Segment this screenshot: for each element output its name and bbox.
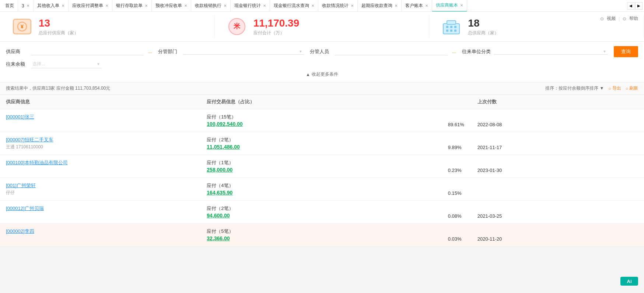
pct-cell-1: 9.89% (448, 137, 477, 150)
nav-next-button[interactable]: ▶ (635, 2, 643, 10)
last-pay-cell-0: 2022-08-08 (477, 114, 638, 127)
sort-icon[interactable]: ▼ (600, 86, 604, 91)
supplier-link-4[interactable]: [000012]广州贝瑞 (6, 205, 207, 212)
top-links: ⊙ 视频 | ⊙ 帮助 (600, 15, 638, 22)
chevron-down-icon: ▼ (299, 49, 302, 54)
video-link[interactable]: 视频 (607, 15, 616, 22)
tab-prepay-ar[interactable]: 预收冲应收单 ✕ (152, 0, 191, 12)
trade-label-3: 应付（4笔） (207, 182, 448, 189)
category-filter-select[interactable]: ▼ (494, 49, 608, 55)
supplier-ellipsis-button[interactable]: ... (148, 49, 152, 54)
svg-rect-10 (450, 30, 452, 32)
tab-cash-bank-flow[interactable]: 现金银行流水查询 ✕ (270, 0, 318, 12)
close-icon[interactable]: ✕ (395, 4, 398, 8)
last-pay-cell-3 (477, 182, 638, 190)
svg-rect-7 (450, 26, 452, 28)
filter-dept: 分管部门 ▼ (158, 48, 304, 55)
query-button[interactable]: 查询 (614, 46, 638, 57)
person-filter-label: 分管人员 (310, 48, 332, 55)
supplier-link-5[interactable]: [000002]李四 (6, 228, 207, 235)
filter-person: 分管人员 ... (310, 48, 456, 55)
dept-filter-label: 分管部门 (158, 48, 180, 55)
chevron-up-icon: ▲ (306, 72, 310, 77)
close-icon[interactable]: ✕ (460, 3, 463, 7)
trade-amount-3[interactable]: 164,635.90 (207, 190, 448, 196)
supplier-table: 供应商信息 应付交易信息（占比） 上次付数 [000001]张三 应付（15笔）… (0, 95, 644, 247)
table-row: [000012]广州贝瑞 应付（2笔） 94,600.00 0.08% 2021… (0, 201, 644, 224)
close-icon[interactable]: ✕ (62, 4, 64, 8)
trade-amount-2[interactable]: 258,000.00 (207, 167, 448, 173)
trade-amount-4[interactable]: 94,600.00 (207, 213, 448, 218)
trade-amount-1[interactable]: 11,051,486.00 (207, 144, 448, 150)
svg-text:米: 米 (233, 23, 241, 30)
tab-3[interactable]: 3 ✕ (18, 0, 34, 12)
close-icon[interactable]: ✕ (27, 4, 29, 8)
trade-amount-0[interactable]: 100,092,540.00 (207, 121, 448, 127)
stat-total-content: 11,170.39 应付合计（万） (253, 17, 300, 37)
supplier-number: 18 (468, 17, 499, 30)
total-number: 11,170.39 (253, 17, 300, 30)
tab-other-income[interactable]: 其他收入单 ✕ (34, 0, 69, 12)
close-icon[interactable]: ✕ (105, 4, 108, 8)
stat-payable-suppliers: ¥ 13 总应付供应商（家） (0, 15, 215, 38)
help-link[interactable]: 帮助 (629, 15, 638, 22)
dept-filter-select[interactable]: ▼ (183, 49, 304, 55)
filter-supplier: 供应商 ... (6, 48, 152, 55)
trade-cell-1: 应付（2笔） 11,051,486.00 (207, 137, 448, 150)
tab-supplier-book[interactable]: 供应商账本 ✕ (432, 0, 467, 12)
stat-payable-total: 米 11,170.39 应付合计（万） (215, 15, 430, 38)
tab-bank-deposit[interactable]: 银行存取款单 ✕ (112, 0, 152, 12)
refresh-icon: ○ (626, 86, 628, 91)
close-icon[interactable]: ✕ (224, 4, 227, 8)
tab-collection-stat[interactable]: 收款情况统计 ✕ (318, 0, 358, 12)
total-label: 应付合计（万） (253, 30, 300, 36)
close-icon[interactable]: ✕ (351, 4, 354, 8)
supplier-link-2[interactable]: [000100]本特勤油品有限公司 (6, 159, 207, 166)
result-bar: 搜索结果中，供应商13家 应付金额 111,703,854.00元 排序：按应付… (0, 82, 644, 95)
supplier-filter-input[interactable] (31, 48, 144, 55)
table-row: [000001]张三 应付（15笔） 100,092,540.00 89.61%… (0, 109, 644, 132)
header-pct (448, 99, 477, 105)
close-icon[interactable]: ✕ (145, 4, 148, 8)
last-pay-cell-2: 2023-01-30 (477, 159, 638, 173)
refresh-button[interactable]: ○ 刷新 (626, 85, 638, 92)
trade-cell-4: 应付（2笔） 94,600.00 (207, 205, 448, 218)
supplier-cell-3: [001]广州荣轩 仔仔 (6, 182, 207, 196)
close-icon[interactable]: ✕ (425, 4, 428, 8)
pct-cell-4: 0.08% (448, 205, 477, 219)
balance-filter-label: 往来余额 (6, 61, 28, 68)
nav-prev-button[interactable]: ◀ (627, 2, 634, 10)
close-icon[interactable]: ✕ (311, 4, 314, 8)
trade-label-4: 应付（2笔） (207, 205, 448, 212)
table-row: [000100]本特勤油品有限公司 应付（1笔） 258,000.00 0.23… (0, 155, 644, 178)
header-trade: 应付交易信息（占比） (207, 99, 448, 105)
balance-filter-select[interactable]: 选择... ▼ (31, 60, 102, 68)
svg-rect-5 (443, 24, 459, 34)
close-icon[interactable]: ✕ (263, 4, 266, 8)
svg-rect-8 (454, 26, 456, 28)
supplier-link-1[interactable]: [000007]恒旺二手叉车 (6, 137, 207, 143)
svg-rect-9 (446, 30, 448, 32)
filter-bar: 供应商 ... 分管部门 ▼ 分管人员 ... 往来单位分类 ▼ 查询 (0, 42, 644, 82)
supplier-cell-1: [000007]恒旺二手叉车 王通 17106110000 (6, 137, 207, 150)
tab-collection-exec[interactable]: 收款核销执行 ✕ (191, 0, 231, 12)
filter-balance: 往来余额 选择... ▼ (6, 60, 102, 68)
person-ellipsis-button[interactable]: ... (452, 49, 456, 54)
supplier-link-0[interactable]: [000001]张三 (6, 114, 207, 120)
filter-row-2: 往来余额 选择... ▼ (6, 60, 638, 68)
person-filter-input[interactable] (335, 48, 448, 55)
export-button[interactable]: ○ 导出 (609, 85, 621, 92)
trade-amount-5[interactable]: 32,366.00 (207, 235, 448, 241)
close-icon[interactable]: ✕ (184, 4, 187, 8)
tab-overdue-ar[interactable]: 超期应收款查询 ✕ (358, 0, 402, 12)
filter-category: 往来单位分类 ▼ (462, 48, 608, 55)
header-supplier: 供应商信息 (6, 99, 207, 105)
tab-cash-bank-stat[interactable]: 现金银行统计 ✕ (231, 0, 270, 12)
tab-customer-book[interactable]: 客户账本 ✕ (402, 0, 432, 12)
svg-text:¥: ¥ (21, 24, 24, 30)
tab-home[interactable]: 首页 (1, 0, 18, 12)
collapse-button[interactable]: ▲ 收起更多条件 (6, 71, 638, 77)
supplier-link-3[interactable]: [001]广州荣轩 (6, 182, 207, 189)
tab-ar-ap-adjust[interactable]: 应收应付调整单 ✕ (69, 0, 112, 12)
trade-label-1: 应付（2笔） (207, 137, 448, 143)
